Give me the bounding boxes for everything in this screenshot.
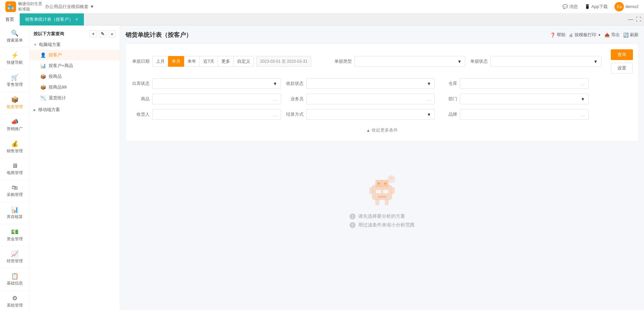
query-btn-area: 查询 设置 [611,49,633,73]
goods-label: 商品 [131,96,150,102]
sidebar-item-ecom[interactable]: 🖥 电商管理 [0,158,29,180]
svg-rect-5 [376,190,381,193]
doc-type-select[interactable]: ▼ [355,56,466,67]
tab-home[interactable]: 首页 [0,13,20,25]
scheme-add-button[interactable]: + [90,30,97,38]
svg-rect-11 [385,199,389,205]
out-status-select[interactable]: ▼ [152,78,281,89]
app-download-action[interactable]: 📱 App下载 [585,4,608,10]
receiver-label: 收货人 [131,111,150,117]
dept-label: 部门 [439,96,457,102]
date-label: 单据日期 [131,58,150,64]
help-icon: ❓ [550,33,555,38]
scheme-customer-icon: 👤 [40,52,46,58]
operations-icon: 📈 [3,250,26,258]
tip-num-1: 1 [350,213,356,219]
scheme-item-return-stats[interactable]: 📉 退货统计 [30,93,120,103]
basic-icon: 📋 [3,272,26,280]
sidebar-item-operations[interactable]: 📈 经营管理 [0,246,29,268]
svg-rect-7 [378,196,386,198]
scheme-group-desktop-header[interactable]: ▼ 电脑端方案 [30,40,120,50]
print-template-action[interactable]: 🖨 按模板打印 ▼ [569,32,601,38]
receipt-status-select[interactable]: ▼ [306,78,435,89]
sidebar-item-sales[interactable]: 💰 销售管理 [0,136,29,158]
doc-status-dropdown-icon: ▼ [593,59,598,64]
group-mobile-arrow: ▶ [34,108,36,112]
brand-input[interactable]: … [460,109,589,120]
scheme-item-by-customer-goods[interactable]: 📊 按客户+商品 [30,60,120,71]
sidebar: 🔍 搜索菜单 ⚡ 快捷导航 🛒 零售管理 📦 批发管理 📣 营销推广 💰 销售管… [0,25,30,310]
sidebar-item-finance[interactable]: 💵 资金管理 [0,224,29,246]
scheme-edit-button[interactable]: ✎ [99,30,106,38]
main-layout: 🔍 搜索菜单 ⚡ 快捷导航 🛒 零售管理 📦 批发管理 📣 营销推广 💰 销售管… [0,25,644,310]
finance-icon: 💵 [3,228,26,236]
settle-label: 结算方式 [285,111,304,117]
export-action[interactable]: 📤 导出 [604,32,620,38]
sidebar-item-inventory[interactable]: 📊 库存核算 [0,202,29,224]
receiver-input[interactable]: … [152,109,281,120]
staff-input[interactable]: … [306,94,435,104]
scheme-panel-actions: + ✎ « [90,30,116,38]
tab-sales-stats[interactable]: 销售单统计表（按客户） ✕ [20,13,84,25]
warehouse-input[interactable]: … [460,78,589,89]
inventory-icon: 📊 [3,206,26,213]
print-dropdown-icon: ▼ [598,33,601,37]
settle-select[interactable]: ▼ [306,109,435,120]
goods-input[interactable]: … [152,94,281,104]
scheme-item-by-customer[interactable]: 👤 按客户 [30,50,120,60]
tab-maximize-icon[interactable]: ⛶ [636,16,641,22]
tab-bar-controls: — ⛶ [628,16,644,22]
collapse-bar[interactable]: ▲ 收起更多条件 [131,124,633,136]
scheme-group-mobile: ▶ 移动端方案 [30,105,120,115]
date-btn-custom[interactable]: 自定义 [233,56,254,67]
date-btn-7days[interactable]: 近7天 [200,56,218,67]
tab-minimize-icon[interactable]: — [628,16,633,22]
date-btn-this-month[interactable]: 本月 [168,56,184,67]
scheme-item-by-goods99[interactable]: 📦 按商品99 [30,82,120,93]
goods-more-icon: … [273,97,277,102]
empty-icon [362,173,402,207]
print-icon: 🖨 [569,33,573,38]
svg-rect-10 [375,199,379,205]
sidebar-item-basic[interactable]: 📋 基础信息 [0,268,29,291]
svg-rect-9 [391,187,395,194]
sidebar-item-marketing[interactable]: 📣 营销推广 [0,114,29,136]
scheme-panel-header: 按以下方案查询 + ✎ « [30,28,120,40]
group-desktop-arrow: ▼ [34,43,37,47]
scheme-goods-icon: 📦 [40,74,46,79]
sidebar-item-search-menu[interactable]: 🔍 搜索菜单 [0,25,29,48]
settings-button[interactable]: 设置 [611,63,633,73]
logo-text: 畅捷信好生意 标准版 [18,1,42,12]
tab-close-icon[interactable]: ✕ [75,17,78,22]
sidebar-item-retail[interactable]: 🛒 零售管理 [0,70,29,92]
sidebar-item-purchase[interactable]: 🛍 采购管理 [0,180,29,202]
page-actions: ❓ 帮助 🖨 按模板打印 ▼ 📤 导出 🔄 刷新 [550,32,639,38]
scheme-group-mobile-header[interactable]: ▶ 移动端方案 [30,105,120,115]
out-status-label: 出库状态 [131,81,150,87]
message-action[interactable]: 💬 消息 [562,4,578,10]
empty-tip-2: 2 用过滤条件来缩小分析范围 [350,222,415,228]
scheme-item-by-goods[interactable]: 📦 按商品 [30,71,120,82]
user-area[interactable]: Ea demo2 [614,2,639,11]
wholesale-icon: 📦 [3,96,26,103]
sidebar-item-system[interactable]: ⚙ 系统管理 [0,291,29,310]
query-button[interactable]: 查询 [611,49,633,60]
dept-select[interactable]: ▼ [460,94,589,104]
page-title: 销货单统计表（按客户） [125,31,192,39]
app-icon: 📱 [585,4,590,9]
empty-tips: 1 请先选择要分析的方案 2 用过滤条件来缩小分析范围 [350,213,415,228]
scheme-collapse-button[interactable]: « [108,30,116,38]
out-status-dropdown-icon: ▼ [273,81,277,86]
sidebar-item-wholesale[interactable]: 📦 批发管理 [0,92,29,114]
retail-icon: 🛒 [3,74,26,81]
sidebar-item-quick-nav[interactable]: ⚡ 快捷导航 [0,48,29,70]
date-btn-last-month[interactable]: 上月 [152,56,168,67]
help-action[interactable]: ❓ 帮助 [550,32,566,38]
scheme-panel: 按以下方案查询 + ✎ « ▼ 电脑端方案 👤 按客户 📊 [30,25,120,310]
date-btn-more[interactable]: 更多 [218,56,234,67]
doc-status-select[interactable]: ▼ [490,56,601,67]
date-btn-this-year[interactable]: 本年 [184,56,200,67]
empty-state: 1 请先选择要分析的方案 2 用过滤条件来缩小分析范围 [125,146,639,255]
refresh-action[interactable]: 🔄 刷新 [623,32,639,38]
svg-rect-6 [383,190,388,193]
